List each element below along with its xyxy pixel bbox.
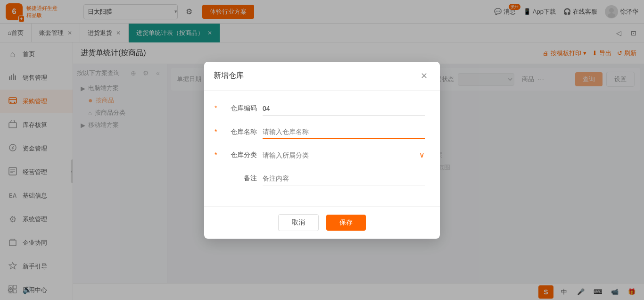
dialog-body: 仓库编码 仓库名称 仓库分类 ∨ 备注 — [204, 91, 440, 206]
dialog-close-button[interactable]: ✕ — [417, 69, 430, 83]
name-input[interactable] — [263, 125, 425, 139]
dialog-title: 新增仓库 — [214, 71, 244, 81]
save-button[interactable]: 保存 — [326, 215, 366, 231]
dialog-overlay: 新增仓库 ✕ 仓库编码 仓库名称 仓库分类 ∨ 备注 — [0, 0, 644, 300]
cancel-button[interactable]: 取消 — [278, 214, 319, 231]
new-warehouse-dialog: 新增仓库 ✕ 仓库编码 仓库名称 仓库分类 ∨ 备注 — [204, 62, 440, 239]
category-select-wrap: ∨ — [263, 149, 425, 162]
form-row-code: 仓库编码 — [219, 102, 425, 116]
form-row-name: 仓库名称 — [219, 125, 425, 139]
code-label: 仓库编码 — [219, 104, 257, 113]
form-row-category: 仓库分类 ∨ — [219, 149, 425, 162]
code-input[interactable] — [263, 102, 425, 116]
category-label: 仓库分类 — [219, 151, 257, 159]
remark-label: 备注 — [219, 174, 257, 183]
form-row-remark: 备注 — [219, 172, 425, 185]
dialog-header: 新增仓库 ✕ — [204, 62, 440, 91]
name-label: 仓库名称 — [219, 128, 257, 136]
category-dropdown-arrow[interactable]: ∨ — [419, 150, 425, 159]
remark-input[interactable] — [263, 172, 425, 185]
dialog-footer: 取消 保存 — [204, 206, 440, 239]
category-input[interactable] — [263, 149, 419, 162]
